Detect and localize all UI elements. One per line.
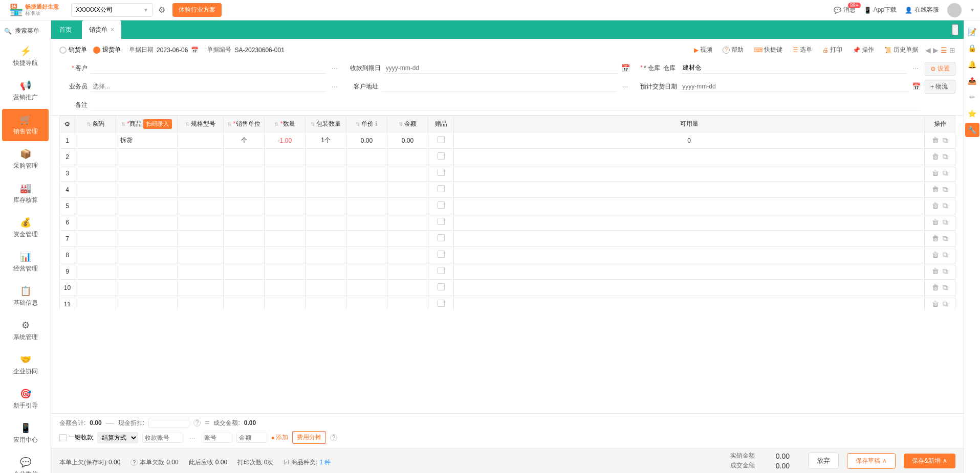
sidebar-item-system[interactable]: ⚙ 系统管理 — [2, 314, 49, 347]
row-qty-10[interactable] — [265, 296, 306, 310]
settle-method-select[interactable]: 结算方式 — [97, 432, 138, 443]
row-spec-7[interactable] — [178, 247, 224, 263]
prev-icon[interactable]: ◀ — [925, 46, 931, 54]
row-copy-btn-7[interactable]: ⧉ — [942, 250, 949, 260]
avatar[interactable] — [947, 3, 962, 17]
row-spec-4[interactable] — [178, 198, 224, 214]
row-delete-btn-7[interactable]: 🗑 — [931, 250, 940, 260]
row-barcode-2[interactable] — [75, 165, 116, 182]
goods-type-link[interactable]: 1 种 — [319, 458, 331, 467]
sidebar-search[interactable]: 🔍 搜索菜单 — [0, 22, 51, 39]
grid-view-icon[interactable]: ⊞ — [949, 46, 955, 54]
row-barcode-8[interactable] — [75, 263, 116, 280]
row-gift-0[interactable] — [428, 132, 454, 149]
addr-dots-btn[interactable]: ··· — [620, 82, 630, 91]
row-unit-price-5[interactable] — [346, 214, 387, 231]
row-barcode-1[interactable] — [75, 149, 116, 165]
amount-input[interactable] — [236, 433, 267, 443]
due-date-calendar-icon[interactable]: 📅 — [621, 64, 630, 72]
account-num-input[interactable] — [202, 433, 232, 443]
sale-radio[interactable]: 销货单 — [59, 46, 87, 54]
row-qty-9[interactable] — [265, 280, 306, 296]
row-spec-1[interactable] — [178, 149, 224, 165]
settings-form-btn[interactable]: ⚙ ⚙ 设置 设置 — [925, 62, 955, 76]
row-unit-price-7[interactable] — [346, 247, 387, 263]
app-download-btn[interactable]: 📱 App下载 — [864, 6, 897, 14]
row-unit-price-6[interactable] — [346, 231, 387, 247]
sidebar-item-purchase[interactable]: 📦 采购管理 — [2, 143, 49, 175]
owe-total-icon[interactable]: ? — [130, 459, 138, 466]
row-unit-price-1[interactable] — [346, 149, 387, 165]
row-copy-btn-3[interactable]: ⧉ — [942, 184, 949, 195]
row-gift-5[interactable] — [428, 214, 454, 231]
row-gift-4[interactable] — [428, 198, 454, 214]
row-unit-price-4[interactable] — [346, 198, 387, 214]
row-barcode-3[interactable] — [75, 182, 116, 198]
row-gift-6[interactable] — [428, 231, 454, 247]
row-gift-2[interactable] — [428, 165, 454, 182]
row-qty-8[interactable] — [265, 263, 306, 280]
salesperson-dots-btn[interactable]: ··· — [330, 82, 340, 91]
save-new-btn[interactable]: 保存&新增 ∧ — [904, 454, 955, 468]
row-copy-btn-4[interactable]: ⧉ — [942, 200, 949, 211]
row-spec-2[interactable] — [178, 165, 224, 182]
row-delete-btn-1[interactable]: 🗑 — [931, 151, 940, 162]
sidebar-item-enterprise[interactable]: 🤝 企业协同 — [2, 349, 49, 381]
warehouse-dots-btn[interactable]: ··· — [910, 64, 921, 72]
messages-btn[interactable]: 💬 消息 99+ — [834, 6, 856, 14]
row-unit-price-2[interactable] — [346, 165, 387, 182]
expense-btn[interactable]: 费用分摊 — [292, 431, 326, 444]
sidebar-item-operations[interactable]: 📊 经营管理 — [2, 246, 49, 278]
row-gift-3[interactable] — [428, 182, 454, 198]
right-panel-btn-6[interactable]: ⭐ — [965, 106, 979, 121]
sidebar-item-finance[interactable]: 💰 资金管理 — [2, 212, 49, 244]
row-qty-4[interactable] — [265, 198, 306, 214]
salesperson-input[interactable] — [91, 81, 326, 92]
company-selector[interactable]: XXXXXX公司 ▼ — [71, 3, 153, 17]
expected-date-calendar-icon[interactable]: 📅 — [912, 82, 921, 91]
row-spec-9[interactable] — [178, 280, 224, 296]
row-spec-5[interactable] — [178, 214, 224, 231]
due-date-input[interactable] — [384, 63, 619, 74]
operation-btn[interactable]: 📌 操作 — [850, 44, 877, 56]
date-calendar-icon[interactable]: 📅 — [191, 47, 199, 54]
right-panel-btn-1[interactable]: 📝 — [965, 25, 979, 39]
row-qty-2[interactable] — [265, 165, 306, 182]
row-unit-price-8[interactable] — [346, 263, 387, 280]
return-radio[interactable]: 退货单 — [93, 46, 121, 54]
row-copy-btn-1[interactable]: ⧉ — [942, 151, 949, 162]
row-gift-1[interactable] — [428, 149, 454, 165]
row-spec-6[interactable] — [178, 231, 224, 247]
abandon-btn[interactable]: 放弃 — [808, 453, 839, 469]
customer-input[interactable] — [91, 63, 326, 74]
row-spec-10[interactable] — [178, 296, 224, 310]
price-help-icon[interactable]: ℹ — [375, 120, 378, 127]
online-service-btn[interactable]: 👤 在线客服 — [905, 6, 939, 14]
list-view-icon[interactable]: ☰ — [941, 46, 947, 54]
row-barcode-4[interactable] — [75, 198, 116, 214]
row-unit-price-10[interactable] — [346, 296, 387, 310]
row-barcode-0[interactable] — [75, 132, 116, 149]
row-delete-btn-6[interactable]: 🗑 — [931, 233, 940, 243]
row-copy-btn-5[interactable]: ⧉ — [942, 217, 949, 228]
warehouse-input[interactable] — [681, 63, 907, 74]
row-delete-btn-5[interactable]: 🗑 — [931, 217, 940, 227]
sidebar-item-marketing[interactable]: 📢 营销推广 — [2, 75, 49, 107]
row-spec-3[interactable] — [178, 182, 224, 198]
row-gift-10[interactable] — [428, 296, 454, 310]
row-delete-btn-9[interactable]: 🗑 — [931, 282, 940, 292]
tab-sale-order[interactable]: 销货单 × — [82, 20, 121, 39]
right-panel-btn-3[interactable]: 🔔 — [965, 57, 979, 72]
select-btn[interactable]: ☰ 选单 — [790, 44, 815, 56]
next-icon[interactable]: ▶ — [933, 46, 939, 54]
note-input[interactable] — [91, 100, 921, 110]
row-delete-btn-4[interactable]: 🗑 — [931, 200, 940, 211]
row-copy-btn-9[interactable]: ⧉ — [942, 282, 949, 293]
row-qty-0[interactable]: -1.00 — [265, 132, 306, 149]
row-copy-btn-6[interactable]: ⧉ — [942, 233, 949, 244]
video-btn[interactable]: ▶ 视频 — [691, 44, 715, 56]
close-all-tabs-btn[interactable]: × — [952, 24, 959, 35]
row-delete-btn-2[interactable]: 🗑 — [931, 168, 940, 178]
sidebar-item-sales[interactable]: 🛒 销售管理 — [2, 109, 49, 141]
row-unit-price-3[interactable] — [346, 182, 387, 198]
